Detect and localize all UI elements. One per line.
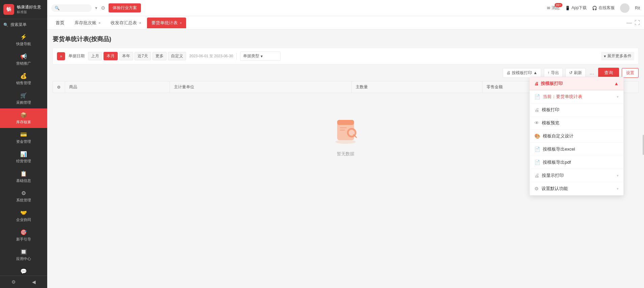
sidebar-item-purchase[interactable]: 🛒 采购管理 <box>0 89 47 108</box>
refresh-button[interactable]: ↺ 刷新 <box>565 68 586 78</box>
marketing-icon: 📢 <box>20 53 27 60</box>
sidebar-item-operation[interactable]: 📊 经营管理 <box>0 148 47 167</box>
current-item-label: 当前：要货单统计表 <box>543 94 614 100</box>
select-arrow-icon: ▾ <box>261 54 263 59</box>
tab-home[interactable]: 首页 <box>51 18 69 28</box>
basic-icon: 📋 <box>20 170 27 177</box>
filter-expand-icon[interactable]: » <box>57 52 65 60</box>
table-col-goods: 商品 <box>65 82 170 93</box>
sidebar-item-inventory[interactable]: 📦 库存核算 <box>0 108 47 128</box>
table-settings-icon[interactable]: ⚙ <box>57 85 61 90</box>
tab-receipt-summary[interactable]: 收发存汇总表 × <box>106 18 145 28</box>
apps-icon: 🔲 <box>20 249 27 255</box>
user-avatar[interactable] <box>620 3 630 13</box>
tab-batch-account[interactable]: 库存批次账 × <box>70 18 105 28</box>
print-dropdown-set-default[interactable]: ⚙ 设置默认功能 ▾ <box>530 182 623 195</box>
svg-point-0 <box>335 140 356 144</box>
topbar-search[interactable]: 🔍 <box>51 4 92 12</box>
sidebar: 畅 畅康通好生意 标准版 🔍 搜索菜单 ⚡ 快捷导航 📢 营销推广 💰 销售管理… <box>0 0 47 288</box>
print-dropdown-header: 🖨 按模板打印 ▲ <box>530 77 623 90</box>
print-dropdown-current[interactable]: 📄 当前：要货单统计表 ▾ <box>530 90 623 103</box>
wechat-icon: 💬 <box>20 268 27 275</box>
tab-close-batch-account[interactable]: × <box>98 21 100 25</box>
collab-icon: 🤝 <box>20 210 27 216</box>
guide-icon: 🎯 <box>20 229 27 235</box>
tabbar: 首页 库存批次账 × 收发存汇总表 × 要货单统计表 × — ⛶ <box>47 16 644 30</box>
print-dropdown-title: 🖨 按模板打印 <box>534 81 563 87</box>
date-current-month[interactable]: 本月 <box>104 52 118 60</box>
print-arrow-up-icon: ▲ <box>533 70 537 75</box>
export-pdf-icon: 📄 <box>534 160 540 165</box>
date-last-7-days[interactable]: 近7天 <box>135 52 151 60</box>
sidebar-item-basic[interactable]: 📋 基础信息 <box>0 167 47 187</box>
settings-button[interactable]: 设置 <box>622 68 639 78</box>
current-item-icon: 📄 <box>534 94 540 99</box>
date-prev-month[interactable]: 上月 <box>88 52 102 60</box>
print-dropdown-template-custom[interactable]: 🎨 模板自定义设计 <box>530 130 623 143</box>
trial-button[interactable]: 体验行业方案 <box>109 3 141 12</box>
sidebar-item-collab[interactable]: 🤝 企业协同 <box>0 206 47 226</box>
print-dropdown: 🖨 按模板打印 ▲ 📄 当前：要货单统计表 ▾ 🖨 模板打印 👁 模板预览 🎨 <box>529 77 624 196</box>
tab-expand-icon[interactable]: ⛶ <box>635 20 640 26</box>
settings-footer-icon[interactable]: ⚙ <box>11 279 16 285</box>
sidebar-item-quick-nav[interactable]: ⚡ 快捷导航 <box>0 30 47 50</box>
print-button[interactable]: 🖨 按模板打印 ▲ <box>503 68 541 78</box>
type-filter-select[interactable]: 单据类型 ▾ <box>240 52 281 61</box>
main-content: 🔍 ▾ ⚙ 体验行业方案 ✉ 消息 99+ 📱 App下载 🎧 在线客服 Rit <box>47 0 644 288</box>
sidebar-item-wechat[interactable]: 💬 企业微信 <box>0 265 47 276</box>
print-dropdown-export-excel[interactable]: 📄 按模板导出excel <box>530 143 623 156</box>
sidebar-item-marketing[interactable]: 📢 营销推广 <box>0 50 47 69</box>
tab-order-stats[interactable]: 要货单统计表 × <box>147 18 186 28</box>
display-print-arrow: ▾ <box>617 173 619 178</box>
topbar-dropdown[interactable]: ▾ <box>95 5 97 10</box>
expand-more-button[interactable]: ▾ 展开更多条件 <box>601 52 634 60</box>
sidebar-item-finance[interactable]: 💳 资金管理 <box>0 128 47 148</box>
date-current-year[interactable]: 本年 <box>119 52 133 60</box>
date-more[interactable]: 更多 <box>152 52 167 60</box>
print-dropdown-export-pdf[interactable]: 📄 按模板导出pdf <box>530 156 623 169</box>
topbar-gear-icon[interactable]: ⚙ <box>101 5 105 11</box>
filter-bar: » 单据日期 上月 本月 本年 近7天 更多 自定义 2023-06-01 至 … <box>53 48 639 64</box>
messages-button[interactable]: ✉ 消息 99+ <box>547 5 560 11</box>
query-button[interactable]: 查询 <box>598 68 619 78</box>
sidebar-nav: ⚡ 快捷导航 📢 营销推广 💰 销售管理 🛒 采购管理 📦 库存核算 💳 资金管… <box>0 30 47 276</box>
app-download-button[interactable]: 📱 App下载 <box>565 5 587 11</box>
topbar: 🔍 ▾ ⚙ 体验行业方案 ✉ 消息 99+ 📱 App下载 🎧 在线客服 Rit <box>47 0 644 16</box>
print-dropdown-template-print[interactable]: 🖨 模板打印 <box>530 103 623 117</box>
phone-icon: 📱 <box>565 6 570 10</box>
sidebar-item-guide[interactable]: 🎯 新手引导 <box>0 226 47 245</box>
action-bar-right: 🖨 按模板打印 ▲ ↑ 导出 ↺ 刷新 ... 查询 设置 <box>503 68 639 78</box>
print-dropdown-display-print[interactable]: 🖨 按显示打印 ▾ <box>530 169 623 182</box>
sidebar-item-apps[interactable]: 🔲 应用中心 <box>0 245 47 265</box>
sidebar-search[interactable]: 🔍 搜索菜单 <box>0 19 47 30</box>
username-label[interactable]: Rit <box>635 6 640 10</box>
sidebar-item-system[interactable]: ⚙ 系统管理 <box>0 187 47 206</box>
action-bar: 🖨 按模板打印 ▲ ↑ 导出 ↺ 刷新 ... 查询 设置 <box>53 68 639 78</box>
quick-nav-icon: ⚡ <box>20 34 27 40</box>
empty-icon <box>329 113 362 147</box>
finance-icon: 💳 <box>20 131 27 138</box>
tab-minimize-icon[interactable]: — <box>626 20 632 26</box>
template-preview-icon: 👁 <box>534 120 539 126</box>
more-button[interactable]: ... <box>588 68 595 77</box>
menu-toggle-icon[interactable]: ◀ <box>32 279 36 285</box>
scrollbar-indicator[interactable] <box>643 135 644 155</box>
purchase-icon: 🛒 <box>20 92 27 99</box>
tab-close-order-stats[interactable]: × <box>180 21 182 25</box>
logo-text: 畅康通好生意 标准版 <box>17 5 41 14</box>
tab-close-receipt-summary[interactable]: × <box>139 21 141 25</box>
print-dropdown-template-preview[interactable]: 👁 模板预览 <box>530 117 623 130</box>
set-default-arrow: ▾ <box>617 187 619 191</box>
topbar-right: ✉ 消息 99+ 📱 App下载 🎧 在线客服 Rit <box>547 3 640 13</box>
print-dropdown-collapse[interactable]: ▲ <box>614 81 619 86</box>
date-range-display: 2023-06-01 至 2023-06-30 <box>189 54 233 59</box>
table-col-unit: 主计量单位 <box>170 82 352 93</box>
date-custom[interactable]: 自定义 <box>168 52 186 60</box>
online-service-button[interactable]: 🎧 在线客服 <box>592 5 615 11</box>
svg-rect-7 <box>340 130 345 131</box>
logo-icon: 畅 <box>3 4 14 15</box>
date-filter-label: 单据日期 <box>68 53 85 59</box>
svg-rect-2 <box>337 120 354 125</box>
export-button[interactable]: ↑ 导出 <box>544 68 563 78</box>
sidebar-item-sales[interactable]: 💰 销售管理 <box>0 69 47 89</box>
